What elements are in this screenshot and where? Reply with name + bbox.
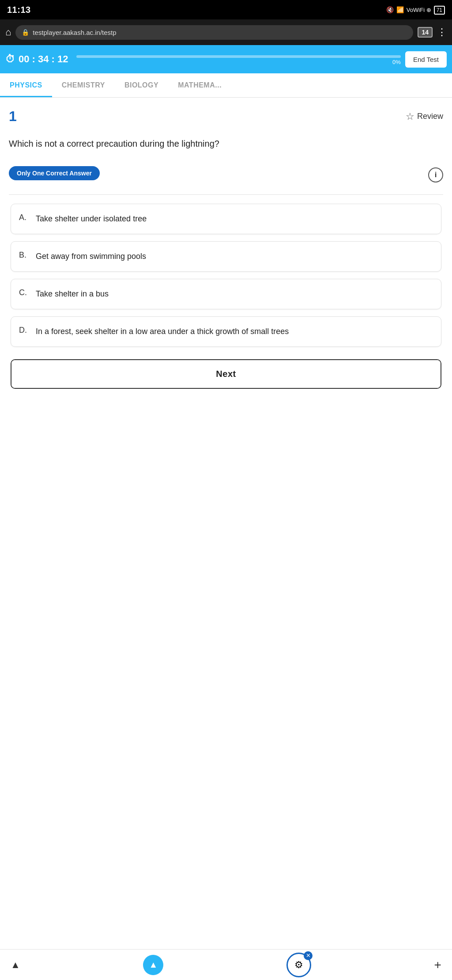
nav-close-badge: ✕ (304, 951, 313, 960)
home-button[interactable]: ⌂ (5, 27, 11, 38)
answer-type-row: Only One Correct Answer i (9, 166, 443, 184)
progress-label: 0% (76, 59, 401, 65)
browser-bar: ⌂ 🔒 testplayer.aakash.ac.in/testp 14 ⋮ (0, 19, 452, 45)
question-text: Which is not a correct precaution during… (9, 137, 443, 150)
signal-icon: 📶 (396, 6, 404, 13)
option-d-label: D. (19, 326, 30, 335)
end-test-button[interactable]: End Test (405, 51, 447, 68)
battery-icon: 71 (434, 6, 445, 13)
tab-physics[interactable]: PHYSICS (0, 73, 52, 97)
tab-mathematics[interactable]: MATHEMA... (168, 73, 231, 97)
options-container: A. Take shelter under isolated tree B. G… (9, 204, 443, 347)
option-b-text: Get away from swimming pools (36, 251, 146, 262)
review-button[interactable]: ☆ Review (406, 111, 443, 122)
nav-center-button[interactable]: ⚙ ✕ (286, 953, 311, 977)
option-c-text: Take shelter in a bus (36, 288, 109, 300)
info-button[interactable]: i (428, 167, 443, 182)
question-area: 1 ☆ Review Which is not a correct precau… (0, 98, 452, 389)
status-bar: 11:13 🔇 📶 VoWiFi ⊕ 71 (0, 0, 452, 19)
question-header: 1 ☆ Review (9, 108, 443, 125)
status-time: 11:13 (7, 5, 31, 15)
option-a-label: A. (19, 213, 30, 222)
option-b[interactable]: B. Get away from swimming pools (11, 241, 441, 272)
timer-bar: ⏱ 00 : 34 : 12 0% End Test (0, 45, 452, 73)
subject-tabs: PHYSICS CHEMISTRY BIOLOGY MATHEMA... (0, 73, 452, 98)
question-number: 1 (9, 108, 17, 125)
timer-display: ⏱ 00 : 34 : 12 (5, 53, 68, 65)
star-icon: ☆ (406, 111, 414, 122)
nav-up-button[interactable]: ▲ (11, 959, 20, 971)
next-button[interactable]: Next (11, 360, 441, 388)
option-a[interactable]: A. Take shelter under isolated tree (11, 204, 441, 234)
progress-bar-container (76, 55, 401, 58)
url-bar[interactable]: 🔒 testplayer.aakash.ac.in/testp (15, 25, 413, 40)
wifi-icon: VoWiFi ⊕ (407, 7, 431, 13)
option-a-text: Take shelter under isolated tree (36, 213, 147, 225)
option-c-label: C. (19, 288, 30, 297)
nav-center-icon: ⚙ (294, 959, 303, 971)
option-c[interactable]: C. Take shelter in a bus (11, 279, 441, 309)
aakash-icon: ▲ (149, 960, 158, 970)
answer-type-badge: Only One Correct Answer (9, 166, 100, 180)
lock-icon: 🔒 (22, 29, 29, 36)
timer-value: 00 : 34 : 12 (19, 53, 68, 65)
mute-icon: 🔇 (386, 6, 394, 13)
nav-plus-button[interactable]: + (434, 958, 441, 972)
tab-count[interactable]: 14 (418, 27, 433, 38)
review-label: Review (417, 112, 443, 121)
next-button-container[interactable]: Next (11, 359, 441, 389)
nav-aakash-button[interactable]: ▲ (143, 955, 163, 975)
menu-dots-icon[interactable]: ⋮ (437, 27, 447, 38)
option-d[interactable]: D. In a forest, seek shelter in a low ar… (11, 316, 441, 347)
tab-chemistry[interactable]: CHEMISTRY (52, 73, 115, 97)
option-d-text: In a forest, seek shelter in a low area … (36, 326, 289, 338)
timer-icon: ⏱ (5, 53, 15, 65)
status-icons: 🔇 📶 VoWiFi ⊕ 71 (386, 6, 445, 13)
tab-biology[interactable]: BIOLOGY (115, 73, 168, 97)
divider (9, 194, 443, 195)
option-b-label: B. (19, 251, 30, 260)
url-text: testplayer.aakash.ac.in/testp (33, 29, 116, 36)
bottom-nav: ▲ ▲ ⚙ ✕ + (0, 949, 452, 980)
progress-section: 0% (76, 53, 401, 65)
